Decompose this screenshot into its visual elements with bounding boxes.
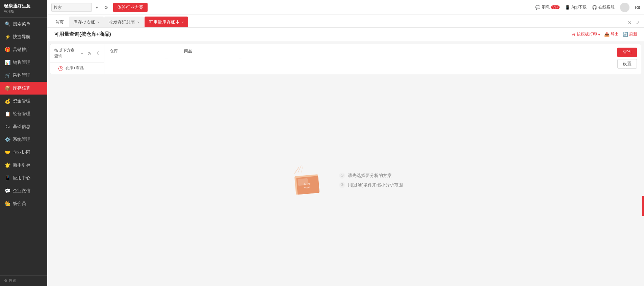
sidebar-item-inventory[interactable]: 📦 库存核算	[0, 82, 47, 95]
sidebar-item-icon-sys-mgmt: ⚙️	[5, 137, 10, 142]
sidebar-item-icon-sales-mgmt: 📊	[5, 60, 10, 65]
topbar-gear-btn[interactable]: ⚙	[102, 4, 110, 11]
tab-close-available-account[interactable]: ×	[182, 20, 184, 24]
sidebar-item-sys-mgmt[interactable]: ⚙️ 系统管理	[0, 133, 47, 146]
svg-line-3	[298, 165, 301, 173]
sidebar-item-icon-search: 🔍	[5, 21, 10, 27]
refresh-icon: 🔄	[623, 32, 628, 37]
scheme-item-label: 仓库+商品	[65, 66, 84, 71]
scheme-settings-btn[interactable]: ⊙	[86, 51, 92, 56]
sidebar-item-search[interactable]: 🔍 搜索菜单	[0, 18, 47, 30]
export-icon: 📤	[604, 32, 610, 37]
sidebar-item-label-marketing-promo: 营销推广	[13, 47, 30, 53]
topbar-message-item[interactable]: 💬 消息 99+	[535, 4, 560, 10]
step2-circle: ②	[339, 182, 345, 188]
empty-text: ① 请先选择要分析的方案 ② 用[过滤]条件来缩小分析范围	[339, 173, 403, 188]
scheme-panel-title: 按以下方案查询	[54, 48, 77, 59]
support-icon: 🎧	[592, 5, 597, 10]
message-badge: 99+	[551, 5, 560, 9]
sidebar-bottom-label: 设置	[9, 278, 16, 283]
app-download-label: App下载	[571, 4, 587, 10]
warehouse-more-btn[interactable]: ···	[164, 56, 169, 60]
goods-input[interactable]	[184, 55, 238, 60]
sidebar-item-enterprise[interactable]: 🤝 企业协同	[0, 146, 47, 159]
filter-fields: 仓库 ··· 商品 ···	[104, 44, 613, 74]
expand-btn[interactable]: ⤢	[635, 19, 641, 26]
query-btn[interactable]: 查询	[617, 48, 637, 57]
export-btn[interactable]: 📤 导出	[604, 31, 619, 37]
sidebar-item-label-sys-mgmt: 系统管理	[13, 136, 30, 142]
page-header: 可用量查询(按仓库+商品) 🖨 按模板打印 ▾ 📤 导出 🔄 刷新	[47, 28, 644, 41]
topbar-dropdown-btn[interactable]: ▾	[95, 4, 99, 10]
sidebar-item-icon-marketing-promo: 🎁	[5, 47, 10, 52]
sidebar-item-label-member: 畅会员	[13, 201, 26, 207]
print-icon: 🖨	[571, 32, 576, 37]
sidebar-item-newbie[interactable]: 🌟 新手引导	[0, 159, 47, 172]
scheme-item-warehouse-goods[interactable]: ↻ 仓库+商品	[50, 63, 104, 74]
sidebar-item-label-sales-mgmt: 销售管理	[13, 59, 30, 66]
sidebar-item-icon-member: 👑	[5, 201, 10, 206]
message-icon: 💬	[535, 5, 540, 10]
sidebar-item-label-shortcut: 快捷导航	[13, 34, 30, 40]
sidebar-item-icon-newbie: 🌟	[5, 162, 10, 168]
topbar-trial-btn[interactable]: 体验行业方案	[113, 3, 148, 12]
sidebar-item-icon-base-info: 🗂	[5, 124, 10, 129]
sidebar-scroll: 🔍 搜索菜单 ⚡ 快捷导航 🎁 营销推广 📊 销售管理 🛒 采购管理 📦 库存核…	[0, 18, 47, 275]
sidebar-item-label-ops-mgmt: 经营管理	[13, 111, 30, 117]
sidebar-item-marketing-promo[interactable]: 🎁 营销推广	[0, 43, 47, 56]
main-wrapper: ▾ ⚙ 体验行业方案 💬 消息 99+ 📱 App下载 🎧 在线客服 Rit 首…	[47, 0, 644, 286]
page-header-actions: 🖨 按模板打印 ▾ 📤 导出 🔄 刷新	[571, 31, 637, 37]
collapse-scheme-btn[interactable]: 《	[94, 50, 100, 57]
svg-point-6	[308, 183, 310, 185]
sidebar-bottom[interactable]: ⚙ 设置	[0, 275, 47, 286]
page-content: 可用量查询(按仓库+商品) 🖨 按模板打印 ▾ 📤 导出 🔄 刷新	[47, 28, 644, 286]
scheme-item-icon: ↻	[58, 66, 63, 71]
sidebar-item-shortcut[interactable]: ⚡ 快捷导航	[0, 30, 47, 43]
right-scrollbar[interactable]	[642, 196, 644, 216]
sidebar-item-label-corp-wechat: 企业微信	[13, 188, 30, 194]
refresh-btn[interactable]: 🔄 刷新	[623, 31, 637, 37]
sidebar-item-finance[interactable]: 💰 资金管理	[0, 95, 47, 107]
sidebar-item-icon-enterprise: 🤝	[5, 150, 10, 155]
topbar-online-support[interactable]: 🎧 在线客服	[592, 4, 615, 10]
add-scheme-btn[interactable]: ＋	[79, 50, 85, 57]
filter-field-warehouse: 仓库 ···	[110, 48, 177, 61]
sidebar-item-member[interactable]: 👑 畅会员	[0, 197, 47, 210]
tab-label-collect-summary: 收发存汇总表	[109, 19, 135, 25]
topbar-search-input[interactable]	[51, 3, 92, 12]
logo-title: 畅康通好生意	[4, 3, 43, 9]
topbar: ▾ ⚙ 体验行业方案 💬 消息 99+ 📱 App下载 🎧 在线客服 Rit	[47, 0, 644, 15]
sidebar-item-base-info[interactable]: 🗂 基础信息	[0, 120, 47, 133]
tab-available-account[interactable]: 可用量库存账本×	[145, 17, 188, 27]
tab-home[interactable]: 首页	[51, 17, 68, 27]
topbar-app-download[interactable]: 📱 App下载	[565, 4, 587, 10]
topbar-right: 💬 消息 99+ 📱 App下载 🎧 在线客服 Rit	[535, 3, 640, 12]
logo-sub: 标准版	[4, 9, 43, 14]
tab-close-collect-summary[interactable]: ×	[137, 20, 139, 24]
print-dropdown-icon[interactable]: ▾	[598, 32, 600, 37]
tab-close-batch-account[interactable]: ×	[97, 20, 99, 24]
message-label: 消息	[542, 4, 550, 10]
empty-step1: ① 请先选择要分析的方案	[339, 173, 403, 179]
close-all-btn[interactable]: ✕	[627, 19, 633, 26]
goods-label: 商品	[184, 48, 252, 54]
sidebar-item-app-center[interactable]: 📱 应用中心	[0, 172, 47, 184]
sidebar-item-icon-finance: 💰	[5, 98, 10, 104]
sidebar-item-sales-mgmt[interactable]: 📊 销售管理	[0, 56, 47, 69]
step1-circle: ①	[339, 173, 345, 179]
topbar-avatar[interactable]	[620, 3, 629, 12]
sidebar-item-corp-wechat[interactable]: 💬 企业微信	[0, 184, 47, 197]
tab-batch-account[interactable]: 库存批次账×	[69, 17, 104, 27]
sidebar-item-ops-mgmt[interactable]: 📋 经营管理	[0, 107, 47, 120]
filter-settings-btn[interactable]: 设置	[617, 59, 637, 69]
goods-more-btn[interactable]: ···	[238, 56, 243, 60]
sidebar-item-label-finance: 资金管理	[13, 98, 30, 104]
sidebar-item-purchase-mgmt[interactable]: 🛒 采购管理	[0, 69, 47, 82]
svg-rect-7	[298, 178, 308, 186]
settings-icon: ⚙	[4, 279, 7, 283]
tab-collect-summary[interactable]: 收发存汇总表×	[104, 17, 144, 27]
sidebar-item-label-newbie: 新手引导	[13, 162, 30, 168]
print-btn[interactable]: 🖨 按模板打印 ▾	[571, 31, 600, 37]
print-label: 按模板打印	[577, 31, 597, 37]
warehouse-input[interactable]	[110, 55, 164, 60]
